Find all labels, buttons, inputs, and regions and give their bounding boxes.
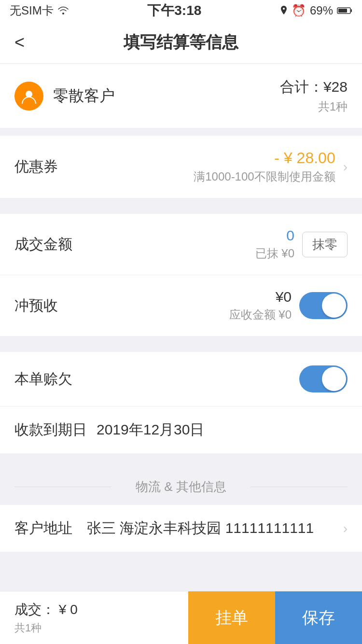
deal-amount-right: 0 已抹 ¥0 抹零 <box>255 227 348 261</box>
pending-button[interactable]: 挂单 <box>188 591 275 644</box>
deal-amount-value-container: 0 已抹 ¥0 <box>255 227 294 261</box>
coupon-right: - ¥ 28.00 满1000-100不限制使用金额 › <box>194 149 348 184</box>
nav-bar: < 填写结算等信息 <box>0 21 362 64</box>
save-button[interactable]: 保存 <box>275 591 362 644</box>
address-value: 张三 海淀永丰科技园 11111111111 <box>87 518 343 538</box>
nav-title: 填写结算等信息 <box>124 31 238 54</box>
logistics-line-left <box>14 487 111 487</box>
bottom-deal-value: ¥ 0 <box>59 602 78 617</box>
logistics-label: 物流 & 其他信息 <box>136 478 226 495</box>
logistics-header: 物流 & 其他信息 <box>0 469 362 505</box>
svg-rect-1 <box>338 9 347 13</box>
due-date-label: 收款到期日 <box>14 420 87 440</box>
toggle-knob <box>322 294 346 318</box>
status-left: 无SIM卡 <box>10 3 69 18</box>
bottom-deal: 成交： ¥ 0 <box>14 601 174 619</box>
credit-section: 本单赊欠 收款到期日 2019年12月30日 <box>0 352 362 453</box>
prepayment-right: ¥0 应收金额 ¥0 <box>229 289 348 322</box>
divider-2 <box>0 344 362 352</box>
bottom-info: 成交： ¥ 0 共1种 <box>0 601 188 635</box>
divider-3 <box>0 461 362 469</box>
prepayment-row: 冲预收 ¥0 应收金额 ¥0 <box>0 275 362 336</box>
prepayment-value: ¥0 <box>229 289 292 305</box>
credit-toggle[interactable] <box>299 365 348 392</box>
coupon-section: 优惠券 - ¥ 28.00 满1000-100不限制使用金额 › <box>0 136 362 198</box>
credit-toggle-knob <box>322 367 346 391</box>
deal-amount-row: 成交金额 0 已抹 ¥0 抹零 <box>0 214 362 275</box>
customer-section: 零散客户 合计：¥28 共1种 <box>0 64 362 128</box>
deal-amount-value: 0 <box>255 227 294 244</box>
divider-1 <box>0 206 362 214</box>
alarm-icon: ⏰ <box>292 4 306 17</box>
customer-avatar <box>14 82 43 111</box>
credit-label: 本单赊欠 <box>14 369 72 389</box>
due-date-value: 2019年12月30日 <box>97 420 204 440</box>
wifi-icon <box>57 4 69 17</box>
customer-summary: 合计：¥28 共1种 <box>280 77 348 114</box>
sim-status: 无SIM卡 <box>10 3 54 18</box>
customer-total: 合计：¥28 <box>280 77 348 97</box>
coupon-label: 优惠券 <box>14 157 58 177</box>
status-time: 下午3:18 <box>147 1 201 20</box>
prepayment-value-container: ¥0 应收金额 ¥0 <box>229 289 292 322</box>
content: 零散客户 合计：¥28 共1种 优惠券 - ¥ 28.00 满1000-100不… <box>0 64 362 617</box>
address-label: 客户地址 <box>14 518 72 538</box>
prepayment-label: 冲预收 <box>14 296 58 316</box>
coupon-row[interactable]: 优惠券 - ¥ 28.00 满1000-100不限制使用金额 › <box>0 136 362 198</box>
address-chevron: › <box>343 521 348 536</box>
back-button[interactable]: < <box>14 32 25 53</box>
svg-point-3 <box>26 91 32 98</box>
coupon-desc: 满1000-100不限制使用金额 <box>194 169 335 184</box>
location-icon <box>280 4 288 17</box>
logistics-line-right <box>251 487 348 487</box>
coupon-value: - ¥ 28.00 满1000-100不限制使用金额 <box>194 149 335 184</box>
deal-amount-section: 成交金额 0 已抹 ¥0 抹零 冲预收 ¥0 应收金额 ¥0 <box>0 214 362 336</box>
bottom-count: 共1种 <box>14 621 174 635</box>
coupon-chevron: › <box>343 159 348 175</box>
bottom-bar: 成交： ¥ 0 共1种 挂单 保存 <box>0 591 362 644</box>
customer-name: 零散客户 <box>53 85 115 107</box>
customer-count: 共1种 <box>280 99 348 114</box>
bottom-deal-label: 成交： <box>14 602 55 617</box>
address-row[interactable]: 客户地址 张三 海淀永丰科技园 11111111111 › <box>0 505 362 552</box>
svg-rect-2 <box>351 9 352 12</box>
battery-icon <box>337 4 352 17</box>
status-right: ⏰ 69% <box>280 4 352 17</box>
customer-left: 零散客户 <box>14 82 115 111</box>
round-zero-button[interactable]: 抹零 <box>302 232 348 257</box>
battery-level: 69% <box>310 4 333 17</box>
credit-row: 本单赊欠 <box>0 352 362 406</box>
deal-amount-sub: 已抹 ¥0 <box>255 246 294 261</box>
prepayment-toggle[interactable] <box>299 292 348 319</box>
deal-amount-label: 成交金额 <box>14 235 72 254</box>
due-date-row: 收款到期日 2019年12月30日 <box>0 406 362 453</box>
prepayment-sub: 应收金额 ¥0 <box>229 307 292 322</box>
status-bar: 无SIM卡 下午3:18 ⏰ 69% <box>0 0 362 21</box>
address-section: 客户地址 张三 海淀永丰科技园 11111111111 › <box>0 505 362 552</box>
coupon-discount: - ¥ 28.00 <box>194 149 335 167</box>
